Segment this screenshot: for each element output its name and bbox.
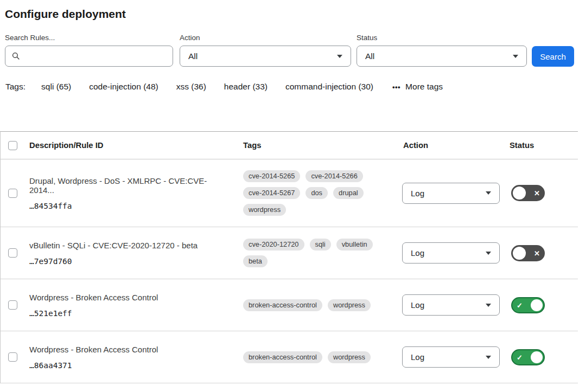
- rule-id: …86aa4371: [29, 361, 240, 370]
- search-button[interactable]: Search: [532, 46, 574, 67]
- row-action-value: Log: [411, 300, 424, 310]
- rule-id: …84534ffa: [29, 202, 240, 210]
- tags-bar-item-code-injection[interactable]: code-injection (48): [89, 82, 158, 92]
- action-label: Action: [180, 34, 357, 42]
- action-filter-group: Action All: [180, 34, 357, 67]
- tags-bar-item-command-injection[interactable]: command-injection (30): [285, 82, 373, 92]
- tag-badge: drupal: [333, 187, 364, 199]
- status-toggle[interactable]: ✓: [511, 297, 545, 313]
- column-header-tags: Tags: [240, 141, 400, 150]
- search-rules-group: Search Rules...: [5, 34, 180, 67]
- toggle-knob: [531, 299, 543, 311]
- rule-title: Wordpress - Broken Access Control: [29, 345, 240, 354]
- row-checkbox[interactable]: [8, 352, 17, 362]
- column-header-description: Description/Rule ID: [27, 141, 240, 150]
- tag-badge: cve-2014-5267: [243, 187, 300, 199]
- search-icon: [12, 52, 20, 60]
- row-action-select[interactable]: Log: [402, 294, 500, 316]
- search-input-box[interactable]: [5, 46, 173, 67]
- table-row: Drupal, Wordpress - DoS - XMLRPC - CVE:C…: [1, 159, 578, 227]
- rule-title: Drupal, Wordpress - DoS - XMLRPC - CVE:C…: [29, 176, 240, 195]
- toggle-knob: [513, 187, 526, 200]
- ellipsis-icon: •••: [392, 83, 400, 91]
- rule-title: Wordpress - Broken Access Control: [29, 293, 240, 302]
- rule-id: …521e1eff: [29, 309, 240, 318]
- rule-tags: cve-2014-5265 cve-2014-5266 cve-2014-526…: [240, 170, 400, 216]
- rule-tags: cve-2020-12720 sqli vbulletin beta: [240, 239, 400, 267]
- toggle-knob: [531, 351, 543, 363]
- toggle-knob: [513, 247, 526, 260]
- row-action-value: Log: [411, 248, 424, 258]
- tags-bar-item-xss[interactable]: xss (36): [176, 82, 206, 92]
- row-action-select[interactable]: Log: [402, 242, 500, 264]
- tag-badge: wordpress: [328, 351, 371, 363]
- status-label: Status: [357, 34, 527, 42]
- toggle-check-icon: ✓: [517, 301, 523, 309]
- chevron-down-icon: [486, 356, 491, 359]
- toggle-check-icon: ✓: [517, 353, 523, 361]
- tags-bar: Tags: sqli (65) code-injection (48) xss …: [5, 82, 579, 92]
- status-filter-select[interactable]: All: [357, 46, 527, 67]
- column-header-action: Action: [400, 141, 507, 150]
- tag-badge: wordpress: [243, 204, 286, 216]
- row-checkbox[interactable]: [8, 300, 17, 310]
- configure-deployment-page: Configure deployment Search Rules... Act…: [0, 0, 579, 383]
- table-row: vBulletin - SQLi - CVE:CVE-2020-12720 - …: [1, 227, 578, 279]
- more-tags-button[interactable]: ••• More tags: [392, 82, 443, 92]
- status-filter-group: Status All: [357, 34, 527, 67]
- action-filter-select[interactable]: All: [180, 46, 351, 67]
- action-filter-value: All: [188, 52, 198, 61]
- row-action-value: Log: [411, 352, 424, 362]
- filter-bar: Search Rules... Action All Status: [5, 34, 574, 67]
- table-row: Wordpress - Broken Access Control …86aa4…: [1, 331, 578, 383]
- tag-badge: cve-2020-12720: [243, 239, 304, 250]
- tag-badge: broken-access-control: [243, 299, 322, 311]
- tag-badge: dos: [306, 187, 328, 199]
- tag-badge: wordpress: [328, 299, 371, 311]
- tag-badge: beta: [243, 255, 268, 267]
- tags-bar-item-header[interactable]: header (33): [224, 82, 268, 92]
- tag-badge: broken-access-control: [243, 351, 322, 363]
- rule-title: vBulletin - SQLi - CVE:CVE-2020-12720 - …: [29, 241, 240, 250]
- chevron-down-icon: [337, 55, 342, 58]
- chevron-down-icon: [486, 252, 491, 255]
- status-toggle[interactable]: ✓: [511, 349, 545, 365]
- table-row: Wordpress - Broken Access Control …521e1…: [1, 279, 578, 331]
- select-all-checkbox[interactable]: [8, 141, 17, 150]
- row-action-select[interactable]: Log: [402, 183, 500, 204]
- row-action-select[interactable]: Log: [402, 346, 500, 368]
- more-tags-label: More tags: [405, 82, 443, 92]
- chevron-down-icon: [486, 191, 491, 195]
- toggle-x-icon: ✕: [534, 189, 540, 197]
- tag-badge: sqli: [310, 239, 331, 250]
- toggle-x-icon: ✕: [534, 249, 540, 257]
- rule-tags: broken-access-control wordpress: [240, 299, 400, 311]
- status-toggle[interactable]: ✕: [511, 245, 545, 261]
- tags-bar-label: Tags:: [5, 82, 26, 92]
- rules-table: Description/Rule ID Tags Action Status D…: [0, 131, 578, 383]
- search-rules-label: Search Rules...: [5, 34, 180, 42]
- tag-badge: cve-2014-5265: [243, 170, 300, 182]
- rule-id: …7e97d760: [29, 257, 240, 266]
- status-toggle[interactable]: ✕: [511, 185, 545, 201]
- rule-tags: broken-access-control wordpress: [240, 351, 400, 363]
- row-checkbox[interactable]: [8, 248, 17, 258]
- row-checkbox[interactable]: [8, 189, 17, 198]
- chevron-down-icon: [513, 55, 518, 58]
- tags-bar-item-sqli[interactable]: sqli (65): [41, 82, 71, 92]
- tag-badge: vbulletin: [336, 239, 373, 250]
- status-filter-value: All: [365, 52, 374, 61]
- column-header-status: Status: [507, 141, 578, 150]
- tag-badge: cve-2014-5266: [306, 170, 362, 182]
- row-action-value: Log: [411, 189, 424, 198]
- search-input[interactable]: [25, 52, 166, 61]
- page-title: Configure deployment: [5, 8, 579, 21]
- table-header-row: Description/Rule ID Tags Action Status: [1, 132, 578, 159]
- chevron-down-icon: [486, 304, 491, 307]
